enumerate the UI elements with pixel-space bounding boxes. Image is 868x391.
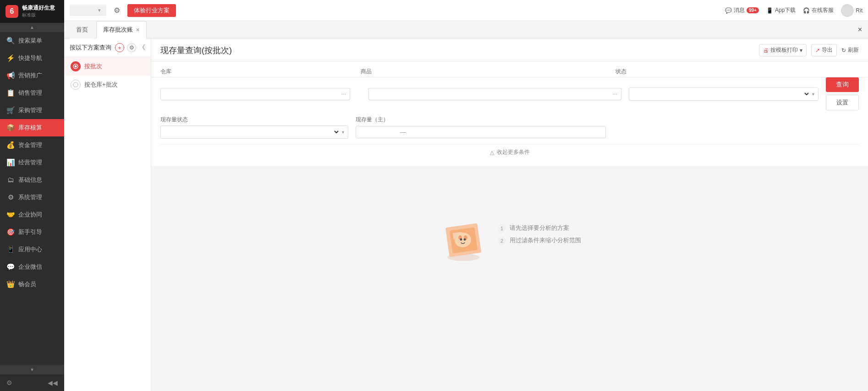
svg-point-11 bbox=[464, 238, 466, 240]
customer-service-button[interactable]: 🎧 在线客服 bbox=[803, 6, 834, 14]
username-label: Rit bbox=[856, 7, 863, 14]
search-icon: 🔍 bbox=[6, 37, 15, 45]
system-icon: ⚙ bbox=[6, 193, 15, 201]
filter-panel: 按以下方案查询 + ⚙ 《 按批次 按仓库+批次 bbox=[64, 38, 151, 391]
filter-active-icon bbox=[71, 61, 81, 71]
print-icon: 🖨 bbox=[763, 47, 769, 54]
sidebar-item-label: 应用中心 bbox=[18, 245, 42, 254]
tab-home[interactable]: 首页 bbox=[70, 21, 94, 38]
sidebar-item-guide[interactable]: 🎯 新手引导 bbox=[0, 223, 64, 241]
filter-panel-title: 按以下方案查询 bbox=[70, 43, 111, 52]
trial-button[interactable]: 体验行业方案 bbox=[127, 4, 176, 17]
refresh-button[interactable]: ↻ 刷新 bbox=[841, 46, 859, 54]
sidebar-item-label: 采购管理 bbox=[18, 106, 42, 114]
sidebar-item-weixin[interactable]: 💬 企业微信 bbox=[0, 258, 64, 276]
sidebar-item-label: 新手引导 bbox=[18, 228, 42, 236]
purchase-icon: 🛒 bbox=[6, 106, 15, 114]
sidebar-nav: 🔍 搜索菜单 ⚡ 快捷导航 📢 营销推广 📋 销售管理 🛒 采购管理 📦 库存核… bbox=[0, 32, 64, 365]
tab-inventory-batch[interactable]: 库存批次账 ✕ bbox=[96, 21, 147, 38]
sales-icon: 📋 bbox=[6, 89, 15, 97]
sidebar-item-apps[interactable]: 📱 应用中心 bbox=[0, 241, 64, 258]
close-all-icon: ✕ bbox=[857, 26, 863, 33]
sidebar-item-finance[interactable]: 💰 资金管理 bbox=[0, 136, 64, 154]
message-icon: 💬 bbox=[725, 7, 732, 14]
filter-item-by-batch[interactable]: 按批次 bbox=[64, 57, 151, 76]
tab-home-label: 首页 bbox=[76, 26, 88, 34]
settings-icon[interactable]: ⚙ bbox=[6, 379, 12, 386]
app-download-button[interactable]: 📱 App下载 bbox=[766, 6, 796, 14]
hint-num-1: 1 bbox=[498, 224, 506, 233]
page-title: 现存量查询(按批次) bbox=[160, 45, 232, 56]
sidebar-item-sales[interactable]: 📋 销售管理 bbox=[0, 84, 64, 102]
empty-icon bbox=[438, 212, 484, 257]
right-content: 现存量查询(按批次) 🖨 按模板打印 ▾ ↗ 导出 ↻ bbox=[151, 38, 868, 391]
print-button[interactable]: 🖨 按模板打印 ▾ bbox=[759, 44, 807, 56]
messages-label: 消息 bbox=[734, 6, 745, 14]
sidebar-item-label: 资金管理 bbox=[18, 141, 42, 149]
topbar: ▾ ⚙ 体验行业方案 💬 消息 99+ 📱 App下载 🎧 在线客服 Rit bbox=[64, 0, 868, 21]
sidebar-scroll-up[interactable]: ▲ bbox=[0, 23, 64, 32]
enterprise-icon: 🤝 bbox=[6, 211, 15, 219]
sidebar-item-label: 销售管理 bbox=[18, 89, 42, 97]
sidebar-item-operations[interactable]: 📊 经营管理 bbox=[0, 154, 64, 171]
phone-icon: 📱 bbox=[766, 7, 773, 14]
page-header-actions: 🖨 按模板打印 ▾ ↗ 导出 ↻ 刷新 bbox=[759, 44, 859, 56]
filter-add-button[interactable]: + bbox=[115, 43, 124, 52]
customer-service-label: 在线客服 bbox=[812, 6, 834, 14]
export-button[interactable]: ↗ 导出 bbox=[811, 44, 837, 56]
filter-panel-header: 按以下方案查询 + ⚙ 《 bbox=[64, 38, 151, 57]
print-chevron-icon: ▾ bbox=[800, 47, 802, 54]
export-label: 导出 bbox=[822, 46, 833, 54]
sidebar-item-member[interactable]: 👑 畅会员 bbox=[0, 276, 64, 293]
page-header: 现存量查询(按批次) 🖨 按模板打印 ▾ ↗ 导出 ↻ bbox=[151, 38, 868, 61]
svg-point-10 bbox=[460, 238, 462, 240]
sidebar-item-system[interactable]: ⚙ 系统管理 bbox=[0, 189, 64, 206]
sidebar-item-label: 畅会员 bbox=[18, 280, 36, 288]
company-name: 畅康通好生意 bbox=[22, 5, 55, 12]
refresh-label: 刷新 bbox=[848, 46, 859, 54]
empty-state: 1 请先选择要分析的方案 2 用过滤条件来缩小分析范围 bbox=[151, 77, 868, 391]
print-label: 按模板打印 bbox=[770, 46, 798, 54]
app-logo: 6 bbox=[5, 5, 18, 18]
topbar-right: 💬 消息 99+ 📱 App下载 🎧 在线客服 Rit bbox=[725, 4, 863, 17]
user-profile-button[interactable]: Rit bbox=[841, 4, 863, 17]
tab-close-icon[interactable]: ✕ bbox=[136, 27, 140, 33]
sidebar-item-search[interactable]: 🔍 搜索菜单 bbox=[0, 32, 64, 49]
topbar-settings-icon[interactable]: ⚙ bbox=[110, 4, 124, 17]
filter-settings-icon[interactable]: ⚙ bbox=[127, 43, 136, 52]
member-icon: 👑 bbox=[6, 280, 15, 288]
sidebar-item-inventory[interactable]: 📦 库存核算 bbox=[0, 119, 64, 136]
breadcrumb-text bbox=[74, 6, 96, 14]
operations-icon: 📊 bbox=[6, 158, 15, 167]
sidebar-item-quick-nav[interactable]: ⚡ 快捷导航 bbox=[0, 49, 64, 67]
marketing-icon: 📢 bbox=[6, 71, 15, 80]
inventory-icon: 📦 bbox=[6, 124, 15, 132]
collapse-icon[interactable]: ◀◀ bbox=[48, 379, 58, 386]
hint-text-2: 用过滤条件来缩小分析范围 bbox=[510, 236, 581, 244]
filter-item-by-warehouse-batch[interactable]: 按仓库+批次 bbox=[64, 76, 151, 94]
sidebar-item-enterprise[interactable]: 🤝 企业协同 bbox=[0, 206, 64, 223]
quick-nav-icon: ⚡ bbox=[6, 54, 15, 62]
filter-collapse-icon[interactable]: 《 bbox=[139, 43, 145, 52]
messages-button[interactable]: 💬 消息 99+ bbox=[725, 6, 759, 14]
breadcrumb-chevron-icon: ▾ bbox=[98, 7, 101, 13]
sidebar-item-marketing[interactable]: 📢 营销推广 bbox=[0, 67, 64, 84]
breadcrumb[interactable]: ▾ bbox=[70, 5, 106, 16]
tab-close-panel[interactable]: ✕ bbox=[857, 26, 863, 33]
sidebar-item-basic[interactable]: 🗂 基础信息 bbox=[0, 171, 64, 189]
sidebar-scroll-down[interactable]: ▼ bbox=[0, 365, 64, 374]
sidebar-item-purchase[interactable]: 🛒 采购管理 bbox=[0, 102, 64, 119]
sidebar-item-label: 营销推广 bbox=[18, 71, 42, 80]
avatar bbox=[841, 4, 854, 17]
app-title-block: 畅康通好生意 标准版 bbox=[22, 5, 55, 18]
basic-icon: 🗂 bbox=[6, 176, 15, 184]
guide-icon: 🎯 bbox=[6, 228, 15, 236]
sidebar-item-label: 基础信息 bbox=[18, 176, 42, 184]
sidebar-item-label: 企业微信 bbox=[18, 263, 42, 271]
sidebar-item-label: 库存核算 bbox=[18, 124, 42, 132]
export-icon: ↗ bbox=[815, 47, 820, 54]
sidebar-item-label: 经营管理 bbox=[18, 158, 42, 167]
empty-hint-2: 2 用过滤条件来缩小分析范围 bbox=[498, 236, 581, 245]
refresh-icon: ↻ bbox=[841, 47, 846, 54]
svg-point-1 bbox=[75, 65, 77, 68]
